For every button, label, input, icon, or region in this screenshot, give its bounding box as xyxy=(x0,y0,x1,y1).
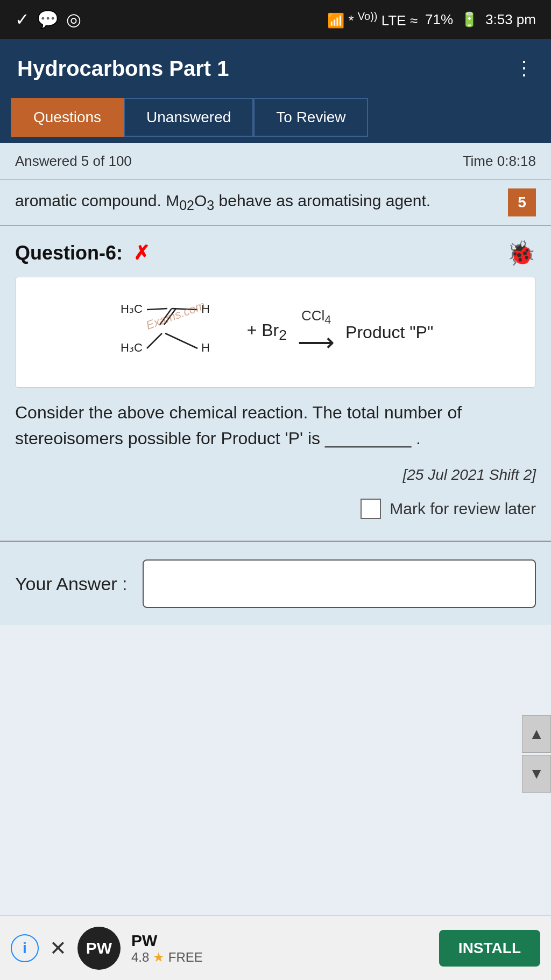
ad-bar: i ✕ PW PW 4.8 ★ FREE INSTALL xyxy=(0,915,551,980)
answer-section: Your Answer : xyxy=(0,542,551,625)
svg-text:H: H xyxy=(201,302,210,316)
ad-sub-text: 4.8 ★ FREE xyxy=(131,950,428,965)
check-circle-icon: ✓ xyxy=(15,9,30,30)
reaction-arrow-block: CCl4 ⟶ xyxy=(298,307,335,357)
reaction-conditions: CCl4 xyxy=(301,307,331,327)
tab-unanswered[interactable]: Unanswered xyxy=(124,98,253,137)
answer-input[interactable] xyxy=(143,559,536,608)
message-icon: 💬 xyxy=(37,9,59,30)
signal-icon: 📶 * Vo)) LTE ≈ xyxy=(327,10,418,29)
scroll-arrows: ▲ ▼ xyxy=(522,715,551,793)
ad-close-icon[interactable]: ✕ xyxy=(50,936,67,960)
question-block: Question-6: ✗ 🐞 H₃C H H₃C H xyxy=(0,226,551,541)
status-left-icons: ✓ 💬 ◎ xyxy=(15,9,81,30)
ad-info-icon[interactable]: i xyxy=(11,934,39,962)
app-title: Hydrocarbons Part 1 xyxy=(17,57,229,81)
svg-line-8 xyxy=(147,333,162,348)
svg-line-9 xyxy=(165,333,197,348)
battery-text: 71% xyxy=(425,11,453,28)
install-button[interactable]: INSTALL xyxy=(439,930,540,967)
svg-text:H₃C: H₃C xyxy=(121,341,143,354)
question-num-badge: 5 xyxy=(508,188,536,216)
tab-questions[interactable]: Questions xyxy=(11,98,124,137)
app-header: Hydrocarbons Part 1 ⋮ xyxy=(0,39,551,98)
battery-icon: 🔋 xyxy=(461,11,478,28)
question-header: Question-6: ✗ 🐞 xyxy=(15,239,536,267)
ad-app-name: PW xyxy=(131,932,428,950)
ad-text-block: PW 4.8 ★ FREE xyxy=(131,932,428,965)
question-text: Consider the above chemical reaction. Th… xyxy=(15,400,536,451)
circle-icon: ◎ xyxy=(66,9,81,30)
stats-bar: Answered 5 of 100 Time 0:8:18 xyxy=(0,143,551,180)
molecule-svg: H₃C H H₃C H xyxy=(118,292,236,368)
svg-text:H: H xyxy=(201,341,210,354)
reaction-box: H₃C H H₃C H Exams.com xyxy=(15,277,536,388)
answered-count: Answered 5 of 100 xyxy=(15,153,132,170)
svg-text:H₃C: H₃C xyxy=(121,302,143,316)
date-reference: [25 Jul 2021 Shift 2] xyxy=(15,466,536,484)
mark-review-checkbox[interactable] xyxy=(361,499,381,519)
mark-review-row: Mark for review later xyxy=(15,499,536,519)
ad-logo: PW xyxy=(77,927,121,970)
status-right-info: 📶 * Vo)) LTE ≈ 71% 🔋 3:53 pm xyxy=(327,10,536,29)
bug-icon[interactable]: 🐞 xyxy=(506,239,536,267)
prev-question-text: aromatic compound. M02O3 behave as aroma… xyxy=(15,188,508,216)
prev-question-snippet: aromatic compound. M02O3 behave as aroma… xyxy=(0,180,551,226)
wrong-mark: ✗ xyxy=(133,242,150,264)
svg-line-4 xyxy=(147,309,167,310)
answer-label: Your Answer : xyxy=(15,573,128,594)
scroll-down-button[interactable]: ▼ xyxy=(522,755,551,793)
time-display: 3:53 pm xyxy=(485,11,536,28)
question-title: Question-6: ✗ xyxy=(15,242,150,264)
status-bar: ✓ 💬 ◎ 📶 * Vo)) LTE ≈ 71% 🔋 3:53 pm xyxy=(0,0,551,39)
reaction-arrow: ⟶ xyxy=(298,327,335,357)
star-icon: ★ xyxy=(153,950,165,964)
timer-display: Time 0:8:18 xyxy=(463,153,536,170)
molecule-diagram: H₃C H H₃C H Exams.com xyxy=(118,292,236,372)
tab-bar: Questions Unanswered To Review xyxy=(0,98,551,143)
reaction-product: Product "P" xyxy=(345,323,433,342)
reaction-reagents: + Br2 xyxy=(247,320,287,344)
scroll-up-button[interactable]: ▲ xyxy=(522,715,551,753)
mark-review-label: Mark for review later xyxy=(390,500,536,518)
tab-to-review[interactable]: To Review xyxy=(253,98,368,137)
more-options-button[interactable]: ⋮ xyxy=(514,57,534,80)
